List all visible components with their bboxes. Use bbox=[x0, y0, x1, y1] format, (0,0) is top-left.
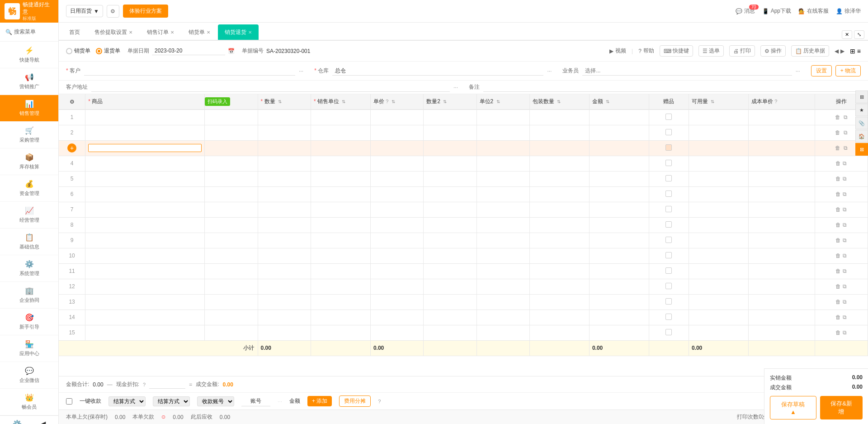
copy-row-5-icon[interactable]: ⧉ bbox=[843, 176, 847, 182]
amount-cell-3[interactable] bbox=[589, 140, 649, 156]
tab-sales-order[interactable]: 销售订单 ✕ bbox=[140, 24, 181, 40]
video-action[interactable]: ▶ 视频 bbox=[609, 47, 626, 55]
add-payment-button[interactable]: + 添加 bbox=[307, 396, 332, 406]
delete-row-15-icon[interactable]: 🗑 bbox=[835, 329, 841, 336]
customer-more-button[interactable]: ··· bbox=[299, 68, 303, 74]
sidebar-item-base[interactable]: 📋 基础信息 bbox=[0, 229, 58, 255]
cash-question-icon[interactable]: ? bbox=[143, 382, 146, 387]
price-cell-1[interactable] bbox=[370, 110, 423, 125]
sidebar-item-enterprise[interactable]: 🏢 企业协同 bbox=[0, 282, 58, 309]
unit2-cell-2[interactable] bbox=[476, 125, 529, 140]
pkg-qty-cell-2[interactable] bbox=[529, 125, 589, 140]
gift-checkbox-11[interactable] bbox=[665, 267, 672, 274]
gift-cell-1[interactable] bbox=[649, 110, 689, 125]
warehouse-input[interactable] bbox=[332, 66, 543, 76]
fee-question-icon[interactable]: ? bbox=[378, 399, 381, 404]
sort-amount-icon[interactable]: ⇅ bbox=[606, 99, 609, 104]
staff-input[interactable] bbox=[582, 66, 792, 76]
sort-available-icon[interactable]: ⇅ bbox=[711, 99, 714, 104]
product-input-3[interactable] bbox=[88, 144, 202, 152]
copy-row-15-icon[interactable]: ⧉ bbox=[843, 329, 847, 336]
delete-row-2-icon[interactable]: 🗑 bbox=[835, 129, 840, 136]
account-select[interactable]: 收款账号 bbox=[197, 396, 234, 406]
tab-sales-return[interactable]: 销货退货 ✕ bbox=[218, 24, 259, 40]
unit-cell-3[interactable] bbox=[311, 140, 370, 156]
cost-price-question-icon[interactable]: ? bbox=[774, 99, 777, 104]
gift-checkbox-13[interactable] bbox=[665, 298, 672, 305]
sidebar-item-purchase[interactable]: 🛒 采购管理 bbox=[0, 122, 58, 148]
fee-split-button[interactable]: 费用分摊 bbox=[339, 395, 371, 407]
delete-row-1-icon[interactable]: 🗑 bbox=[835, 114, 840, 120]
gift-checkbox-3[interactable] bbox=[665, 144, 672, 151]
sort-pkg-icon[interactable]: ⇅ bbox=[557, 99, 561, 104]
sort-qty2-icon[interactable]: ⇅ bbox=[443, 99, 447, 104]
sort-price-icon[interactable]: ⇅ bbox=[392, 99, 395, 104]
account-number-field[interactable]: 账号 bbox=[241, 396, 270, 406]
delete-row-7-icon[interactable]: 🗑 bbox=[835, 206, 841, 213]
available-cell-2[interactable] bbox=[689, 125, 748, 140]
collapse-icon[interactable]: ◀ bbox=[40, 419, 46, 424]
settlement-method-select[interactable]: 结算方式 bbox=[153, 396, 190, 406]
message-button[interactable]: 💬 消息 70 bbox=[736, 7, 755, 15]
scan-input-button[interactable]: 扫码录入 bbox=[205, 97, 230, 106]
amount-cell-2[interactable] bbox=[589, 125, 649, 140]
quick-panel-btn-4[interactable]: 🏠 bbox=[855, 130, 868, 143]
save-and-new-button[interactable]: 保存&新增 bbox=[820, 396, 863, 419]
help-action[interactable]: ? 帮助 bbox=[638, 47, 654, 55]
search-menu-button[interactable]: 🔍 搜索菜单 bbox=[4, 26, 55, 38]
maximize-button[interactable]: ⤡ bbox=[854, 30, 864, 39]
gift-cell-2[interactable] bbox=[649, 125, 689, 140]
copy-row-10-icon[interactable]: ⧉ bbox=[843, 252, 847, 259]
delete-row-6-icon[interactable]: 🗑 bbox=[835, 191, 841, 197]
gift-checkbox-8[interactable] bbox=[665, 221, 672, 228]
sidebar-item-system[interactable]: ⚙️ 系统管理 bbox=[0, 255, 58, 282]
copy-row-13-icon[interactable]: ⧉ bbox=[843, 299, 847, 305]
history-button[interactable]: 📋 历史单据 bbox=[791, 45, 829, 57]
warehouse-more-button[interactable]: ··· bbox=[547, 68, 552, 74]
address-input[interactable] bbox=[91, 82, 450, 92]
price-question-icon[interactable]: ? bbox=[386, 99, 388, 104]
unit-cell-1[interactable] bbox=[311, 110, 370, 125]
gift-checkbox-6[interactable] bbox=[665, 191, 672, 197]
copy-row-9-icon[interactable]: ⧉ bbox=[843, 237, 847, 243]
copy-row-7-icon[interactable]: ⧉ bbox=[843, 206, 847, 213]
sidebar-item-appstore[interactable]: 🏪 应用中心 bbox=[0, 335, 58, 362]
gift-checkbox-1[interactable] bbox=[665, 114, 672, 120]
unit-cell-2[interactable] bbox=[311, 125, 370, 140]
radio-sale[interactable]: 销货单 bbox=[66, 47, 90, 55]
next-record-icon[interactable]: ▶ bbox=[840, 48, 844, 54]
select-bill-button[interactable]: ☰ 选单 bbox=[698, 45, 724, 57]
tab-close-sales[interactable]: ✕ bbox=[207, 30, 210, 35]
delete-row-8-icon[interactable]: 🗑 bbox=[835, 222, 841, 228]
copy-row-6-icon[interactable]: ⧉ bbox=[843, 191, 847, 197]
prev-record-icon[interactable]: ◀ bbox=[835, 48, 839, 54]
qty-cell-2[interactable] bbox=[258, 125, 311, 140]
pkg-qty-cell-3[interactable] bbox=[529, 140, 589, 156]
sidebar-item-quicknav[interactable]: ⚡ 快捷导航 bbox=[0, 42, 58, 68]
sort-unit-icon[interactable]: ⇅ bbox=[342, 99, 345, 104]
customer-input[interactable] bbox=[84, 66, 295, 76]
sort-qty-icon[interactable]: ⇅ bbox=[278, 99, 282, 104]
gift-checkbox-15[interactable] bbox=[665, 329, 672, 335]
radio-return[interactable]: 退货单 bbox=[96, 47, 120, 55]
delete-row-4-icon[interactable]: 🗑 bbox=[835, 160, 841, 167]
list-view-button[interactable]: ≡ bbox=[857, 48, 861, 55]
settings-button[interactable]: 设置 bbox=[811, 65, 832, 76]
calendar-icon[interactable]: 📅 bbox=[228, 48, 235, 54]
unit2-cell-1[interactable] bbox=[476, 110, 529, 125]
cash-discount-input[interactable] bbox=[149, 380, 185, 389]
unit2-cell-3[interactable] bbox=[476, 140, 529, 156]
price-cell-2[interactable] bbox=[370, 125, 423, 140]
pkg-qty-cell-1[interactable] bbox=[529, 110, 589, 125]
gift-checkbox-12[interactable] bbox=[665, 283, 672, 289]
sidebar-item-wechat[interactable]: 💬 企业微信 bbox=[0, 362, 58, 389]
quick-panel-btn-5-active[interactable]: ⊠ bbox=[855, 143, 868, 156]
qty2-cell-2[interactable] bbox=[424, 125, 476, 140]
tab-price-settings[interactable]: 售价提取设置 ✕ bbox=[88, 24, 139, 40]
app-download-button[interactable]: 📱 App下载 bbox=[762, 7, 791, 15]
grid-view-button[interactable]: ⊞ bbox=[850, 48, 855, 55]
delete-row-11-icon[interactable]: 🗑 bbox=[835, 268, 841, 274]
price-cell-3[interactable] bbox=[370, 140, 423, 156]
copy-row-12-icon[interactable]: ⧉ bbox=[843, 283, 847, 290]
one-click-payment-checkbox[interactable] bbox=[66, 398, 72, 405]
